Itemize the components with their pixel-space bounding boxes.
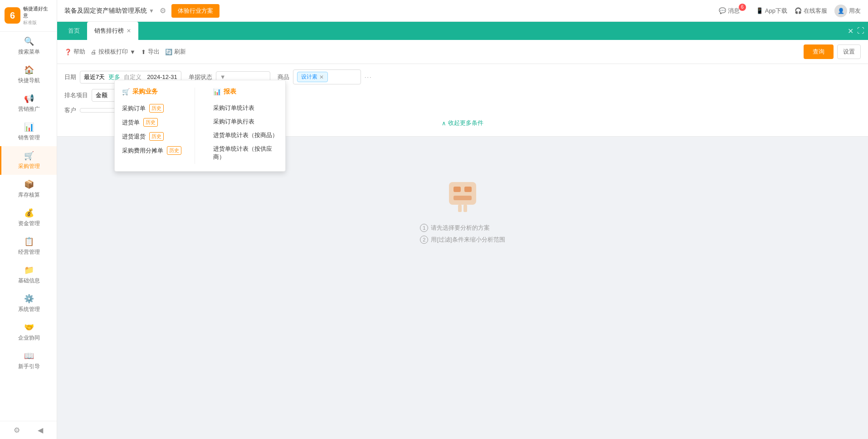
export-btn[interactable]: ⬆ 导出 <box>141 48 160 56</box>
goods-filter-dots[interactable]: ··· <box>365 74 372 80</box>
industry-btn[interactable]: 体验行业方案 <box>171 4 219 18</box>
tab-home[interactable]: 首页 <box>61 22 87 40</box>
print-icon: 🖨 <box>91 49 97 55</box>
rank-item-label: 排名项目 <box>64 91 88 99</box>
message-btn[interactable]: 💬 消息 6 <box>719 7 749 15</box>
message-label: 消息 <box>728 7 740 15</box>
goods-control[interactable]: 设计素 ✕ <box>293 69 361 84</box>
sidebar-nav: 🔍 搜索菜单 🏠 快捷导航 📢 营销推广 📊 销售管理 🛒 采购管理 📦 <box>0 32 57 421</box>
help-btn[interactable]: ❓ 帮助 <box>64 48 85 56</box>
refresh-label: 刷新 <box>174 48 186 56</box>
online-service-btn[interactable]: 🎧 在线客服 <box>795 7 827 15</box>
step-2-num: 2 <box>420 236 428 244</box>
tab-sales-rank-label: 销售排行榜 <box>94 27 124 35</box>
report-item-goods-receipt-by-product[interactable]: 进货单统计表（按商品） <box>213 128 278 142</box>
voucher-status-arrow-icon: ▼ <box>220 74 226 80</box>
search-button[interactable]: 查询 <box>804 44 834 59</box>
print-btn[interactable]: 🖨 按模板打印 ▼ <box>91 48 136 56</box>
menu-item-purchase-order[interactable]: 采购订单 历史 <box>122 101 187 115</box>
print-label: 按模板打印 <box>98 48 128 56</box>
goods-return-history-badge: 历史 <box>149 132 164 141</box>
tab-home-label: 首页 <box>68 27 80 35</box>
collapse-filter-btn[interactable]: ∧ 收起更多条件 <box>442 119 483 127</box>
user-menu[interactable]: 👤 用友 <box>834 5 861 17</box>
svg-rect-5 <box>463 205 467 212</box>
topbar-settings-icon[interactable]: ⚙ <box>160 6 166 15</box>
menu-item-goods-return[interactable]: 进货退货 历史 <box>122 129 187 143</box>
logo-text: 畅捷通好生意 <box>23 5 52 20</box>
report-item-purchase-order-exec[interactable]: 采购订单执行表 <box>213 115 278 128</box>
purchase-title-text: 采购业务 <box>132 88 158 96</box>
sidebar-item-basic-info[interactable]: 📁 基础信息 <box>0 261 57 289</box>
topbar: 装备及固定资产辅助管理系统 ▼ ⚙ 体验行业方案 💬 消息 6 📱 App下载 … <box>57 0 868 22</box>
sidebar-item-nav[interactable]: 🏠 快捷导航 <box>0 60 57 89</box>
help-icon: ❓ <box>64 49 72 55</box>
tab-maximize-icon[interactable]: ⛶ <box>857 27 864 35</box>
tab-close-icon[interactable]: ✕ <box>127 28 131 34</box>
report-title-icon: 📊 <box>213 88 221 95</box>
date-end-value: 2024-12-31 <box>147 74 177 80</box>
menu-item-goods-receipt[interactable]: 进货单 历史 <box>122 115 187 129</box>
sidebar-item-guide[interactable]: 📖 新手引导 <box>0 346 57 375</box>
action-buttons: 查询 设置 <box>804 44 861 59</box>
sidebar-item-finance[interactable]: 💰 资金管理 <box>0 203 57 232</box>
report-section-title: 📊 报表 <box>213 88 278 96</box>
headset-icon: 🎧 <box>795 7 802 14</box>
operations-icon: 📋 <box>24 237 34 247</box>
collapse-arrow-icon: ∧ <box>442 120 446 127</box>
purchase-expense-history-badge: 历史 <box>167 146 181 155</box>
svg-rect-4 <box>458 205 462 212</box>
tab-close-window-icon[interactable]: ✕ <box>848 27 853 35</box>
purchase-expense-label: 采购费用分摊单 <box>122 147 163 155</box>
marketing-icon: 📢 <box>24 94 34 104</box>
sidebar-label-nav: 快捷导航 <box>18 77 40 84</box>
goods-tag-close-icon[interactable]: ✕ <box>319 74 324 80</box>
logo-badge: 标准版 <box>23 20 52 26</box>
system-icon: ⚙️ <box>24 294 34 304</box>
empty-hint-2: 用[过滤]条件来缩小分析范围 <box>431 236 505 244</box>
collapse-sidebar-icon[interactable]: ◀ <box>38 426 43 434</box>
report-item-goods-receipt-by-supplier[interactable]: 进货单统计表（按供应商） <box>213 142 278 164</box>
sidebar-item-sales[interactable]: 📊 销售管理 <box>0 118 57 146</box>
main-content: 装备及固定资产辅助管理系统 ▼ ⚙ 体验行业方案 💬 消息 6 📱 App下载 … <box>57 0 868 439</box>
app-download-label: App下载 <box>765 7 787 15</box>
sidebar-item-operations[interactable]: 📋 经营管理 <box>0 232 57 261</box>
search-menu-icon: 🔍 <box>24 36 34 46</box>
system-title: 装备及固定资产辅助管理系统 <box>64 7 147 15</box>
sidebar-item-marketing[interactable]: 📢 营销推广 <box>0 89 57 118</box>
system-title-dropdown[interactable]: 装备及固定资产辅助管理系统 ▼ <box>64 7 154 15</box>
purchase-order-history-badge: 历史 <box>149 104 164 113</box>
goods-receipt-history-badge: 历史 <box>143 118 158 127</box>
sidebar-item-inventory[interactable]: 📦 库存核算 <box>0 175 57 203</box>
tab-actions: ✕ ⛶ <box>848 27 864 35</box>
goods-receipt-label: 进货单 <box>122 118 140 127</box>
menu-item-purchase-expense[interactable]: 采购费用分摊单 历史 <box>122 143 187 158</box>
sales-icon: 📊 <box>24 122 34 132</box>
purchase-dropdown-menu: 🛒 采购业务 采购订单 历史 进货单 历史 进货退货 历史 <box>114 80 286 172</box>
sidebar-item-search[interactable]: 🔍 搜索菜单 <box>0 32 57 60</box>
sidebar-item-system[interactable]: ⚙️ 系统管理 <box>0 289 57 318</box>
report-item-purchase-order-stat[interactable]: 采购订单统计表 <box>213 101 278 115</box>
app-download-btn[interactable]: 📱 App下载 <box>756 7 787 15</box>
sidebar-label-cooperation: 企业协同 <box>18 334 40 342</box>
collapse-label: 收起更多条件 <box>448 119 483 127</box>
settings-button[interactable]: 设置 <box>837 44 861 59</box>
inventory-icon: 📦 <box>24 179 34 189</box>
empty-step-2: 2 用[过滤]条件来缩小分析范围 <box>420 236 505 244</box>
goods-filter: 商品 设计素 ✕ ··· <box>278 69 372 84</box>
guide-icon: 📖 <box>24 351 34 361</box>
sidebar-label-basic-info: 基础信息 <box>18 277 40 285</box>
settings-footer-icon[interactable]: ⚙ <box>14 426 20 434</box>
online-service-label: 在线客服 <box>804 7 827 15</box>
sidebar-label-purchase: 采购管理 <box>18 163 40 170</box>
sidebar-item-purchase[interactable]: 🛒 采购管理 <box>0 146 57 175</box>
svg-rect-2 <box>464 187 472 192</box>
user-label: 用友 <box>849 7 861 15</box>
sidebar-item-cooperation[interactable]: 🤝 企业协同 <box>0 318 57 346</box>
refresh-btn[interactable]: 🔄 刷新 <box>165 48 186 56</box>
finance-icon: 💰 <box>24 208 34 218</box>
home-icon: 🏠 <box>24 65 34 75</box>
tab-sales-rank[interactable]: 销售排行榜 ✕ <box>87 22 138 40</box>
sidebar-label-system: 系统管理 <box>18 306 40 313</box>
report-section: 📊 报表 采购订单统计表 采购订单执行表 进货单统计表（按商品） 进货单统计表（… <box>206 88 278 164</box>
